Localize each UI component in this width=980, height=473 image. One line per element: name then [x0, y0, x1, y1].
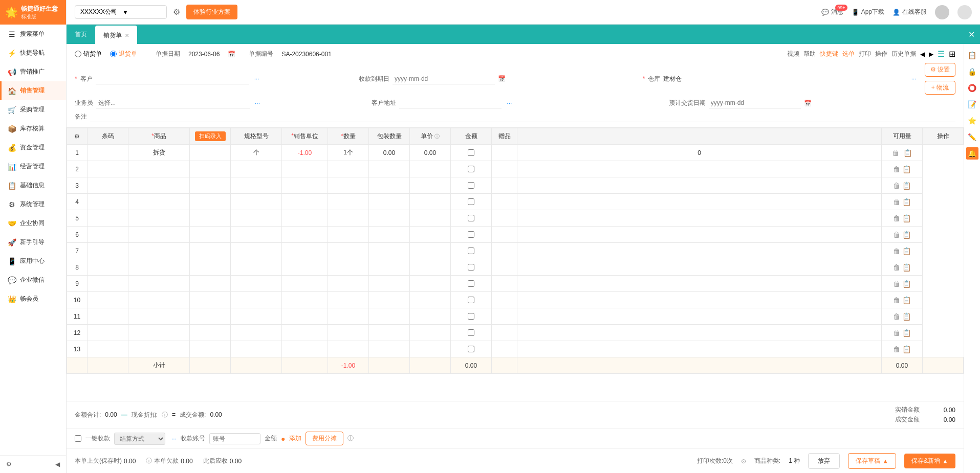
- sidebar-item-wechat[interactable]: 💬 企业微信: [0, 271, 66, 289]
- payment-dots[interactable]: ···: [171, 435, 177, 442]
- copy-row-btn[interactable]: 📋: [901, 345, 912, 353]
- sidebar-item-finance[interactable]: 💰 资金管理: [0, 138, 66, 157]
- expense-split-btn[interactable]: 费用分摊: [306, 432, 343, 445]
- copy-row-btn[interactable]: 📋: [901, 198, 912, 206]
- row-barcode[interactable]: [88, 145, 128, 161]
- row-qty[interactable]: -1.00: [282, 145, 328, 161]
- delete-row-btn[interactable]: 🗑: [892, 247, 901, 255]
- copy-row-btn[interactable]: 📋: [901, 263, 912, 272]
- sidebar-item-collab[interactable]: 🤝 企业协同: [0, 214, 66, 233]
- delete-row-btn[interactable]: 🗑: [892, 165, 901, 173]
- row-gift[interactable]: [451, 145, 492, 161]
- delete-row-btn[interactable]: 🗑: [892, 329, 901, 337]
- trial-button[interactable]: 体验行业方案: [186, 5, 237, 19]
- radio-sales-label[interactable]: 销货单: [75, 50, 102, 58]
- company-selector[interactable]: XXXXXX公司 ▼: [75, 5, 167, 19]
- row-spec[interactable]: [190, 145, 231, 161]
- customer-input[interactable]: [96, 74, 249, 84]
- gift-checkbox[interactable]: [468, 247, 474, 254]
- right-panel-icon-1[interactable]: 📋: [966, 49, 978, 61]
- row-price[interactable]: 0.00: [369, 145, 410, 161]
- logistics-button[interactable]: + 物流: [925, 81, 955, 95]
- customer-dots[interactable]: ···: [254, 75, 259, 82]
- message-item[interactable]: 💬 消息 99+: [821, 8, 843, 16]
- tab-home[interactable]: 首页: [67, 25, 95, 44]
- delete-row-btn[interactable]: 🗑: [892, 345, 901, 353]
- history-btn[interactable]: 历史单据: [891, 50, 916, 58]
- gift-checkbox[interactable]: [468, 264, 474, 271]
- copy-row-btn[interactable]: 📋: [901, 231, 912, 239]
- radio-sales[interactable]: [75, 51, 81, 57]
- expected-date-calendar-icon[interactable]: 📅: [804, 100, 812, 107]
- gift-checkbox[interactable]: [468, 280, 474, 287]
- delete-row-btn[interactable]: 🗑: [892, 198, 901, 206]
- copy-row-btn[interactable]: 📋: [901, 247, 912, 255]
- tab-close-icon[interactable]: ✕: [125, 33, 129, 38]
- delete-row-btn[interactable]: 🗑: [892, 231, 901, 239]
- copy-row-btn[interactable]: 📋: [901, 214, 912, 222]
- prev-icon[interactable]: ◀: [920, 51, 925, 58]
- delete-row-btn[interactable]: 🗑: [892, 280, 901, 288]
- right-panel-icon-3[interactable]: ⭕: [966, 82, 978, 94]
- warehouse-dots[interactable]: ···: [911, 75, 917, 82]
- gift-checkbox[interactable]: [468, 215, 474, 221]
- gift-checkbox[interactable]: [468, 149, 474, 156]
- account-input[interactable]: [209, 433, 260, 444]
- sidebar-item-appstore[interactable]: 📱 应用中心: [0, 252, 66, 271]
- copy-row-btn[interactable]: 📋: [901, 165, 912, 173]
- tab-sales-order[interactable]: 销货单 ✕: [95, 26, 137, 45]
- sidebar-item-search[interactable]: ☰ 搜索菜单: [0, 25, 66, 43]
- add-payment-btn[interactable]: ●: [281, 435, 285, 443]
- right-panel-icon-4[interactable]: 📝: [966, 98, 978, 110]
- copy-row-btn[interactable]: 📋: [901, 312, 912, 321]
- sidebar-collapse-icon[interactable]: ◀: [55, 461, 60, 468]
- address-dots[interactable]: ···: [507, 100, 512, 107]
- gift-checkbox[interactable]: [468, 313, 474, 320]
- radio-return[interactable]: [110, 51, 117, 57]
- right-panel-icon-7[interactable]: 🔔: [966, 147, 978, 160]
- gift-checkbox[interactable]: [468, 166, 474, 172]
- shortcut-btn[interactable]: 快捷键: [820, 50, 838, 58]
- delete-row-btn[interactable]: 🗑: [892, 182, 901, 190]
- gift-checkbox[interactable]: [468, 346, 474, 352]
- copy-row-btn[interactable]: 📋: [901, 296, 912, 304]
- address-input[interactable]: [399, 98, 502, 108]
- gift-checkbox[interactable]: [468, 297, 474, 303]
- setting-button[interactable]: ⚙ 设置: [925, 63, 955, 77]
- delete-row-btn[interactable]: 🗑: [892, 214, 901, 222]
- right-panel-icon-6[interactable]: ✏️: [966, 131, 978, 143]
- tabbar-close-btn[interactable]: ✕: [968, 30, 975, 39]
- payment-method-select[interactable]: 结算方式: [114, 433, 165, 445]
- salesperson-dots[interactable]: ···: [255, 100, 260, 107]
- next-icon[interactable]: ▶: [929, 51, 933, 58]
- delete-row-btn[interactable]: 🗑: [892, 312, 901, 321]
- radio-return-label[interactable]: 退货单: [110, 50, 137, 58]
- grid-view-icon[interactable]: ⊞: [949, 49, 955, 59]
- sidebar-item-purchase[interactable]: 🛒 采购管理: [0, 100, 66, 119]
- gift-checkbox[interactable]: [468, 231, 474, 238]
- th-scan[interactable]: 扫码录入: [190, 128, 231, 145]
- scan-btn[interactable]: 扫码录入: [195, 131, 226, 141]
- copy-row-btn[interactable]: 📋: [901, 329, 912, 337]
- sidebar-item-business[interactable]: 📊 经营管理: [0, 157, 66, 176]
- delete-row-btn[interactable]: 🗑: [892, 263, 901, 272]
- operation-btn[interactable]: 操作: [875, 50, 887, 58]
- app-download-item[interactable]: 📱 App下载: [852, 8, 884, 16]
- salesperson-input[interactable]: [96, 98, 250, 108]
- gift-checkbox[interactable]: [468, 198, 474, 205]
- calendar-icon[interactable]: 📅: [228, 51, 235, 58]
- sidebar-item-basic[interactable]: 📋 基础信息: [0, 176, 66, 195]
- table-setting-icon[interactable]: ⚙: [74, 133, 80, 140]
- sidebar-item-inventory[interactable]: 📦 库存核算: [0, 119, 66, 138]
- expected-date-input[interactable]: [709, 98, 801, 108]
- copy-row-btn[interactable]: 📋: [901, 182, 912, 190]
- print-btn[interactable]: 打印: [859, 50, 871, 58]
- select-btn[interactable]: 选单: [842, 50, 855, 58]
- delete-row-btn[interactable]: 🗑: [892, 296, 901, 304]
- right-panel-icon-5[interactable]: ⭐: [966, 115, 978, 127]
- due-date-calendar-icon[interactable]: 📅: [498, 75, 506, 82]
- copy-row-btn[interactable]: 📋: [902, 149, 913, 157]
- delete-row-btn[interactable]: 🗑: [891, 149, 900, 157]
- th-setting[interactable]: ⚙: [67, 128, 88, 145]
- discard-button[interactable]: 放弃: [808, 453, 840, 469]
